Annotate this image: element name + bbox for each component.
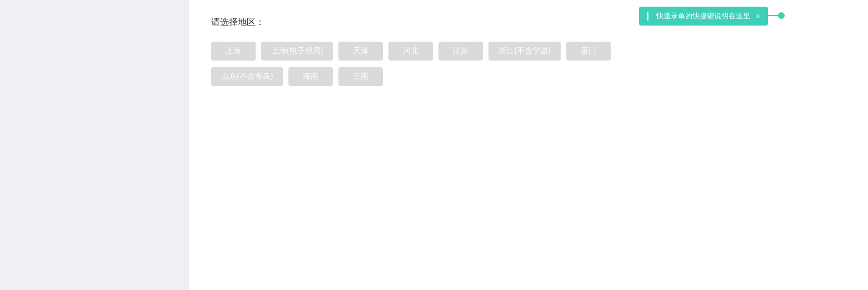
region-button[interactable]: 云南 xyxy=(338,67,383,86)
tooltip-dot xyxy=(778,12,785,19)
region-button[interactable]: 上海(电子税局) xyxy=(261,42,333,61)
region-button[interactable]: 浙江(不含宁波) xyxy=(488,42,560,61)
region-button[interactable]: 江苏 xyxy=(438,42,483,61)
close-icon[interactable]: × xyxy=(756,12,760,21)
region-row-2: 山东(不含青岛)海南云南 xyxy=(211,67,846,86)
region-button[interactable]: 厦门 xyxy=(566,42,611,61)
region-button[interactable]: 上海 xyxy=(211,42,256,61)
region-row-1: 上海上海(电子税局)天津河北江苏浙江(不含宁波)厦门 xyxy=(211,42,846,61)
tooltip-text: 快速录单的快捷键说明在这里 xyxy=(656,11,750,21)
region-button[interactable]: 天津 xyxy=(338,42,383,61)
region-button[interactable]: 海南 xyxy=(288,67,333,86)
left-sidebar xyxy=(0,0,189,290)
tooltip-banner: 快速录单的快捷键说明在这里 × xyxy=(639,7,768,26)
tooltip-bar xyxy=(647,12,648,21)
region-button[interactable]: 山东(不含青岛) xyxy=(211,67,283,86)
region-button[interactable]: 河北 xyxy=(388,42,433,61)
main-content: 请选择地区： 上海上海(电子税局)天津河北江苏浙江(不含宁波)厦门 山东(不含青… xyxy=(189,0,868,290)
